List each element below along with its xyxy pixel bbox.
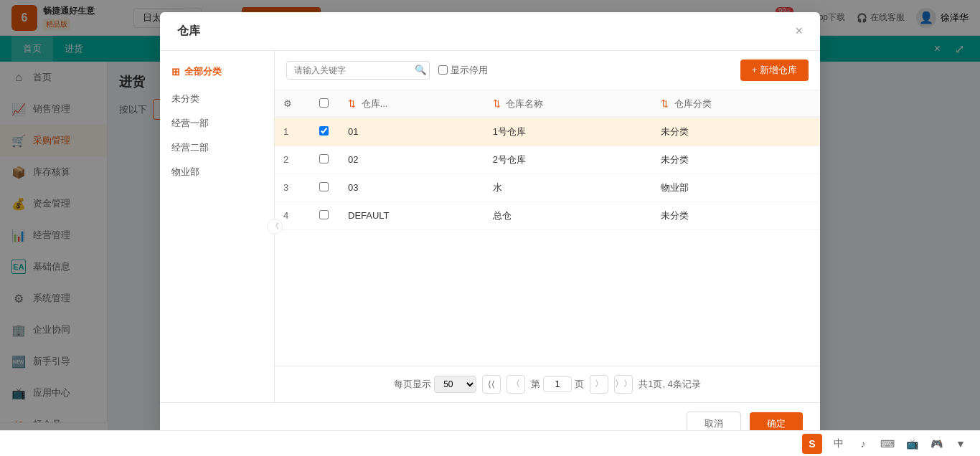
row-category: 未分类 xyxy=(652,146,820,174)
sort-category-icon: ⇅ xyxy=(661,98,669,109)
row-num: 1 xyxy=(275,118,311,146)
table-row[interactable]: 3 03 水 物业部 xyxy=(275,174,820,201)
row-checkbox[interactable] xyxy=(319,210,329,219)
search-icon-button[interactable]: 🔍 xyxy=(409,62,430,78)
row-checkbox-cell[interactable] xyxy=(311,201,339,229)
row-name: 总仓 xyxy=(484,201,652,229)
page-size-wrap: 每页显示 50 20 100 xyxy=(394,376,476,393)
category-item-uncategorized[interactable]: 未分类 xyxy=(160,87,274,111)
table-row[interactable]: 4 DEFAULT 总仓 未分类 xyxy=(275,201,820,229)
bottom-icon-text[interactable]: 中 xyxy=(831,436,847,452)
show-disabled-label[interactable]: 显示停用 xyxy=(438,64,488,77)
row-code: 01 xyxy=(339,118,484,146)
bottom-logo: S xyxy=(802,434,822,454)
search-input[interactable] xyxy=(287,62,409,79)
bottom-icon-keyboard[interactable]: ⌨ xyxy=(880,436,895,452)
table-body: 1 01 1号仓库 未分类 2 02 2号仓库 未分类 3 03 水 物业部 4… xyxy=(275,118,820,229)
warehouse-modal: 仓库 × ⊞ 全部分类 未分类 经营一部 经营二部 物业部 《 xyxy=(160,12,820,445)
col-settings: ⚙ xyxy=(275,90,311,118)
sort-name-icon: ⇅ xyxy=(493,98,501,109)
page-number-input[interactable] xyxy=(543,376,572,392)
sort-code-icon: ⇅ xyxy=(348,98,356,109)
last-page-button[interactable]: 〉〉 xyxy=(614,375,633,394)
warehouse-table: ⚙ ⇅ 仓库... ⇅ xyxy=(275,90,820,230)
table-row[interactable]: 1 01 1号仓库 未分类 xyxy=(275,118,820,146)
row-checkbox[interactable] xyxy=(319,126,329,136)
row-num: 3 xyxy=(275,174,311,201)
col-category: ⇅ 仓库分类 xyxy=(652,90,820,118)
row-checkbox-cell[interactable] xyxy=(311,118,339,146)
page-input-wrap: 第 页 xyxy=(531,376,584,392)
collapse-panel-button[interactable]: 《 xyxy=(267,219,283,234)
search-input-wrap: 🔍 xyxy=(286,61,430,80)
row-checkbox-cell[interactable] xyxy=(311,146,339,174)
bottom-bar: S 中 ♪ ⌨ 📺 🎮 ▼ xyxy=(0,430,980,456)
next-page-button[interactable]: 〉 xyxy=(590,375,608,394)
grid-icon: ⊞ xyxy=(171,66,180,77)
row-checkbox-cell[interactable] xyxy=(311,174,339,201)
first-page-button[interactable]: ⟨⟨ xyxy=(482,375,501,394)
add-warehouse-button[interactable]: + 新增仓库 xyxy=(740,60,809,81)
row-checkbox[interactable] xyxy=(319,182,329,191)
row-checkbox[interactable] xyxy=(319,154,329,163)
category-panel: ⊞ 全部分类 未分类 经营一部 经营二部 物业部 《 xyxy=(160,51,275,402)
select-all-checkbox[interactable] xyxy=(319,98,329,108)
total-info: 共1页, 4条记录 xyxy=(639,378,701,391)
row-category: 物业部 xyxy=(652,174,820,201)
page-size-select[interactable]: 50 20 100 xyxy=(434,376,476,393)
bottom-icons: 中 ♪ ⌨ 📺 🎮 ▼ xyxy=(831,436,969,452)
table-panel: 🔍 显示停用 + 新增仓库 ⚙ xyxy=(275,51,820,402)
row-name: 水 xyxy=(484,174,652,201)
row-code: DEFAULT xyxy=(339,201,484,229)
pagination-bar: 每页显示 50 20 100 ⟨⟨ 〈 第 页 〉 xyxy=(275,366,820,402)
col-code: ⇅ 仓库... xyxy=(339,90,484,118)
prev-page-button[interactable]: 〈 xyxy=(507,375,525,394)
bottom-icon-game[interactable]: 🎮 xyxy=(928,436,944,452)
table-wrap: ⚙ ⇅ 仓库... ⇅ xyxy=(275,90,820,366)
show-disabled-checkbox[interactable] xyxy=(438,65,448,75)
col-name: ⇅ 仓库名称 xyxy=(484,90,652,118)
category-item-ops2[interactable]: 经营二部 xyxy=(160,136,274,160)
modal-overlay[interactable]: 仓库 × ⊞ 全部分类 未分类 经营一部 经营二部 物业部 《 xyxy=(0,0,980,456)
bottom-icon-display[interactable]: 📺 xyxy=(904,436,920,452)
row-code: 02 xyxy=(339,146,484,174)
row-code: 03 xyxy=(339,174,484,201)
modal-header: 仓库 × xyxy=(160,12,820,51)
category-item-ops1[interactable]: 经营一部 xyxy=(160,111,274,136)
row-name: 2号仓库 xyxy=(484,146,652,174)
col-checkbox xyxy=(311,90,339,118)
modal-close-button[interactable]: × xyxy=(795,24,803,39)
row-name: 1号仓库 xyxy=(484,118,652,146)
modal-title: 仓库 xyxy=(177,24,200,39)
row-category: 未分类 xyxy=(652,201,820,229)
modal-body: ⊞ 全部分类 未分类 经营一部 经营二部 物业部 《 🔍 xyxy=(160,51,820,402)
all-categories-header[interactable]: ⊞ 全部分类 xyxy=(160,60,274,87)
bottom-icon-audio[interactable]: ♪ xyxy=(855,436,871,452)
table-row[interactable]: 2 02 2号仓库 未分类 xyxy=(275,146,820,174)
table-header-row: ⚙ ⇅ 仓库... ⇅ xyxy=(275,90,820,118)
table-toolbar: 🔍 显示停用 + 新增仓库 xyxy=(275,51,820,90)
row-category: 未分类 xyxy=(652,118,820,146)
category-item-property[interactable]: 物业部 xyxy=(160,160,274,184)
row-num: 2 xyxy=(275,146,311,174)
bottom-icon-arrow[interactable]: ▼ xyxy=(953,436,969,452)
